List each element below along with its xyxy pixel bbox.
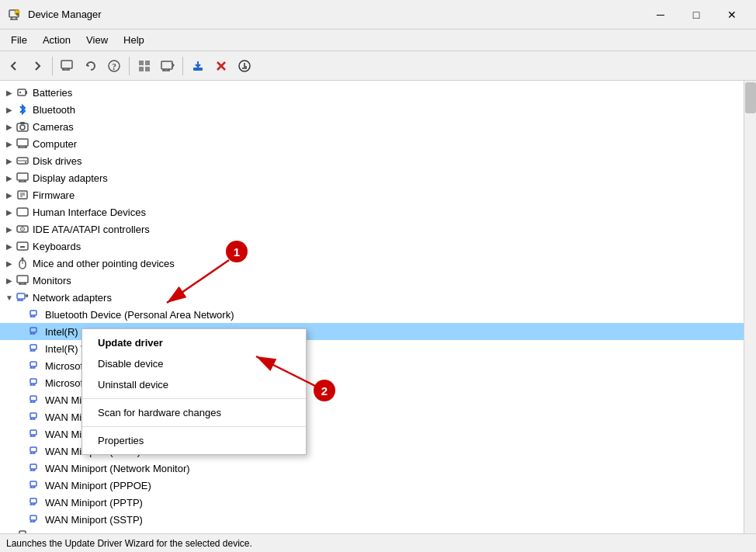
show-devices-button[interactable]: [157, 55, 179, 77]
context-menu-scan-hardware[interactable]: Scan for hardware changes: [82, 402, 306, 423]
svg-rect-61: [20, 246, 25, 248]
svg-rect-13: [145, 61, 150, 65]
icon-nic-6: [28, 410, 42, 424]
menu-file[interactable]: File: [3, 31, 35, 49]
tree-item-bluetooth[interactable]: ▶ Bluetooth: [0, 101, 744, 118]
context-menu-disable-device[interactable]: Disable device: [82, 353, 306, 374]
svg-rect-20: [193, 68, 203, 71]
tree-item-hid[interactable]: ▶ Human Interface Devices: [0, 203, 744, 220]
icon-keyboards: [16, 239, 29, 253]
expand-mice[interactable]: ▶: [3, 257, 16, 269]
expand-disk[interactable]: ▶: [3, 154, 16, 167]
expand-firmware[interactable]: ▶: [3, 189, 16, 201]
expand-cameras[interactable]: ▶: [3, 120, 16, 133]
status-text: Launches the Update Driver Wizard for th…: [6, 538, 252, 549]
label-network-adapters: Network adapters: [33, 292, 112, 304]
context-menu-uninstall-device[interactable]: Uninstall device: [82, 374, 306, 395]
icon-nic-12: [28, 512, 42, 526]
icon-firmware: [16, 188, 29, 202]
svg-rect-88: [30, 362, 36, 366]
icon-nic-1: [28, 325, 42, 338]
minimize-button[interactable]: ─: [643, 2, 678, 27]
toolbar: ?: [0, 51, 756, 81]
refresh-button[interactable]: [80, 55, 102, 77]
tree-item-mice[interactable]: ▶ Mice and other pointing devices: [0, 255, 744, 272]
expand-ide[interactable]: ▶: [3, 223, 16, 235]
label-computer: Computer: [33, 138, 77, 150]
icon-cameras: [16, 120, 29, 134]
scrollbar[interactable]: [744, 81, 756, 533]
icon-disk-drives: [16, 154, 29, 168]
tree-item-ide[interactable]: ▶ IDE ATA/ATAPI controllers: [0, 220, 744, 238]
forward-button[interactable]: [26, 55, 48, 77]
expand-monitors[interactable]: ▶: [3, 274, 16, 286]
status-bar: Launches the Update Driver Wizard for th…: [0, 533, 756, 552]
context-menu-update-driver[interactable]: Update driver: [82, 332, 306, 353]
device-tree[interactable]: ▶ Batteries ▶ Bluetooth ▶ Cameras ▶: [0, 81, 744, 533]
help-button[interactable]: ?: [103, 55, 125, 77]
label-firmware: Firmware: [33, 189, 75, 201]
expand-display[interactable]: ▶: [3, 172, 16, 184]
svg-point-38: [25, 161, 26, 163]
svg-rect-16: [161, 61, 172, 69]
tree-item-display-adapters[interactable]: ▶ Display adapters: [0, 169, 744, 186]
app-title: Device Manager: [28, 9, 643, 20]
tree-item-batteries[interactable]: ▶ Batteries: [0, 84, 744, 101]
computer-properties-button[interactable]: [57, 55, 78, 77]
menu-view[interactable]: View: [78, 31, 116, 49]
icon-nic-7: [28, 427, 42, 441]
context-menu: Update driver Disable device Uninstall d…: [81, 328, 307, 455]
icon-mice: [16, 256, 29, 270]
svg-rect-26: [26, 91, 27, 94]
annotation-circle-1: 1: [226, 241, 248, 262]
tree-item-cameras[interactable]: ▶ Cameras: [0, 118, 744, 135]
update-driver-toolbar-button[interactable]: [234, 55, 255, 77]
icon-hid: [16, 205, 29, 219]
label-cameras: Cameras: [33, 121, 74, 133]
tree-item-bt-personal[interactable]: ▶ Bluetooth Device (Personal Area Networ…: [0, 306, 744, 323]
tree-item-nic-11[interactable]: ▶ WAN Miniport (PPTP): [0, 494, 744, 511]
svg-rect-6: [61, 61, 72, 68]
expand-batteries[interactable]: ▶: [3, 86, 16, 99]
icon-nic-8: [28, 444, 42, 458]
tree-item-keyboards[interactable]: ▶ Keyboards: [0, 238, 744, 255]
back-button[interactable]: [3, 55, 25, 77]
label-mice: Mice and other pointing devices: [33, 258, 175, 269]
svg-point-64: [22, 258, 24, 260]
remove-driver-button[interactable]: [210, 55, 232, 77]
expand-bluetooth[interactable]: ▶: [3, 103, 16, 116]
svg-point-30: [20, 125, 25, 130]
tree-item-nic-12[interactable]: ▶ WAN Miniport (SSTP): [0, 511, 744, 528]
tree-item-firmware[interactable]: ▶ Firmware: [0, 186, 744, 203]
tree-item-portable-devices[interactable]: ▶ Portable Devices: [0, 528, 744, 533]
svg-rect-12: [139, 61, 144, 65]
maximize-button[interactable]: □: [678, 2, 714, 27]
svg-rect-14: [139, 67, 144, 71]
label-monitors: Monitors: [33, 275, 71, 286]
label-disk-drives: Disk drives: [33, 155, 82, 167]
svg-rect-31: [20, 122, 25, 124]
tree-item-network-adapters[interactable]: ▼ Network adapters: [0, 289, 744, 306]
expand-computer[interactable]: ▶: [3, 137, 16, 150]
tree-item-nic-9[interactable]: ▶ WAN Miniport (Network Monitor): [0, 460, 744, 477]
icon-network-adapters: [16, 290, 29, 304]
view-toggle-button[interactable]: [134, 55, 155, 77]
tree-item-monitors[interactable]: ▶ Monitors: [0, 272, 744, 289]
icon-nic-2: [28, 342, 42, 356]
tree-item-computer[interactable]: ▶ Computer: [0, 135, 744, 152]
context-menu-properties[interactable]: Properties: [82, 430, 306, 451]
label-bt-personal: Bluetooth Device (Personal Area Network): [45, 309, 234, 321]
svg-rect-80: [30, 328, 36, 332]
menu-help[interactable]: Help: [116, 31, 152, 49]
expand-hid[interactable]: ▶: [3, 206, 16, 218]
close-button[interactable]: ✕: [714, 2, 750, 27]
icon-nic-5: [28, 393, 42, 407]
svg-rect-15: [145, 67, 150, 71]
expand-keyboards[interactable]: ▶: [3, 240, 16, 252]
label-display-adapters: Display adapters: [33, 172, 108, 184]
expand-network[interactable]: ▼: [3, 291, 16, 304]
menu-action[interactable]: Action: [35, 31, 78, 49]
add-driver-button[interactable]: [187, 55, 209, 77]
tree-item-nic-10[interactable]: ▶ WAN Miniport (PPPOE): [0, 477, 744, 494]
tree-item-disk-drives[interactable]: ▶ Disk drives: [0, 152, 744, 169]
